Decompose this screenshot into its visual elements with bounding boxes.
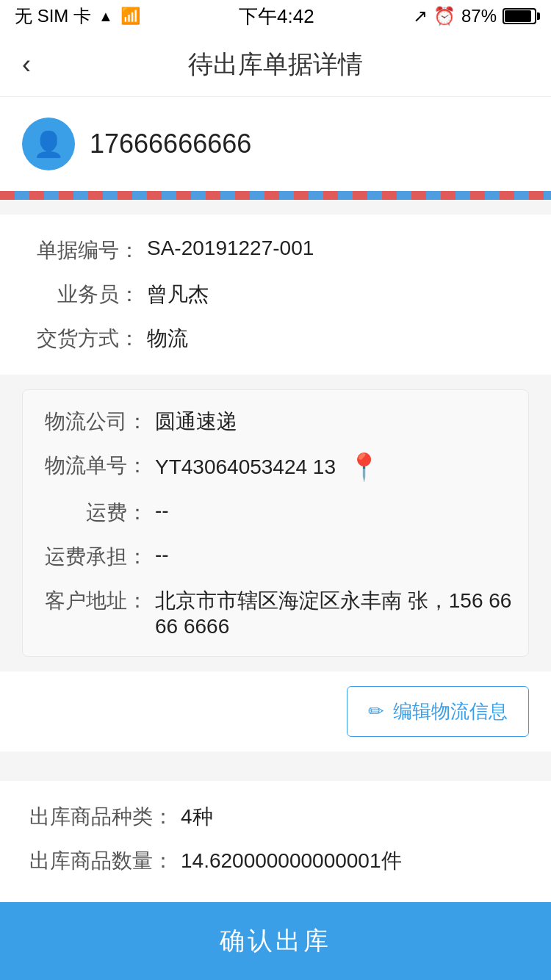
address-value: 北京市市辖区海淀区永丰南 张，156 6666 6666: [155, 587, 514, 638]
goods-type-label: 出库商品种类：: [29, 803, 181, 831]
avatar-icon: 👤: [33, 129, 64, 159]
logistics-company-label: 物流公司：: [37, 408, 155, 436]
order-number-label: 单据编号：: [29, 237, 147, 264]
basic-info-section: 单据编号： SA-20191227-001 业务员： 曾凡杰 交货方式： 物流: [0, 215, 551, 375]
delivery-method-row: 交货方式： 物流: [29, 325, 522, 353]
freight-bear-row: 运费承担： --: [37, 543, 514, 571]
goods-type-value: 4种: [181, 803, 522, 831]
status-right: ↗ ⏰ 87%: [413, 6, 536, 26]
delivery-method-label: 交货方式：: [29, 325, 147, 353]
status-bar: 无 SIM 卡 ▲ 📶 下午4:42 ↗ ⏰ 87%: [0, 0, 551, 32]
signal-icon: ▲: [98, 8, 113, 25]
sales-person-value: 曾凡杰: [147, 281, 522, 309]
freight-label: 运费：: [37, 499, 155, 527]
order-number-value: SA-20191227-001: [147, 237, 522, 260]
goods-quantity-row: 出库商品数量： 14.620000000000001件: [29, 847, 522, 875]
address-label: 客户地址：: [37, 587, 155, 615]
back-button[interactable]: ‹: [22, 49, 31, 80]
goods-type-row: 出库商品种类： 4种: [29, 803, 522, 831]
freight-bear-label: 运费承担：: [37, 543, 155, 571]
tracking-number-label: 物流单号：: [37, 452, 155, 480]
section-gap-1: [0, 200, 551, 215]
status-time: 下午4:42: [239, 4, 314, 29]
section-gap-2: [0, 752, 551, 766]
goods-quantity-value: 14.620000000000001件: [181, 847, 522, 875]
goods-section: 出库商品种类： 4种 出库商品数量： 14.620000000000001件: [0, 781, 551, 897]
customer-header: 👤 17666666666: [0, 97, 551, 191]
sales-person-label: 业务员：: [29, 281, 147, 309]
confirm-button[interactable]: 确认出库: [0, 924, 551, 958]
tracking-number-value-row: YT43064053424 13 📍: [155, 452, 514, 483]
nav-bar: ‹ 待出库单据详情: [0, 32, 551, 97]
battery-text: 87%: [461, 6, 497, 26]
freight-bear-value: --: [155, 543, 514, 566]
status-left: 无 SIM 卡 ▲ 📶: [15, 4, 140, 28]
edit-button-row: ✏ 编辑物流信息: [0, 671, 551, 752]
address-row: 客户地址： 北京市市辖区海淀区永丰南 张，156 6666 6666: [37, 587, 514, 638]
wifi-icon: 📶: [120, 7, 140, 26]
freight-row: 运费： --: [37, 499, 514, 527]
logistics-card: 物流公司： 圆通速递 物流单号： YT43064053424 13 📍 运费： …: [22, 389, 529, 657]
gps-icon: ↗: [413, 6, 428, 26]
edit-button-label: 编辑物流信息: [393, 699, 508, 724]
sales-person-row: 业务员： 曾凡杰: [29, 281, 522, 309]
avatar: 👤: [22, 118, 75, 170]
customer-phone: 17666666666: [90, 129, 251, 159]
freight-value: --: [155, 499, 514, 522]
logistics-company-value: 圆通速递: [155, 408, 514, 436]
carrier-text: 无 SIM 卡: [15, 4, 91, 28]
edit-icon: ✏: [368, 700, 384, 723]
order-number-row: 单据编号： SA-20191227-001: [29, 237, 522, 264]
page-title: 待出库单据详情: [188, 48, 363, 82]
confirm-button-wrapper: 确认出库: [0, 902, 551, 980]
goods-quantity-label: 出库商品数量：: [29, 847, 181, 875]
decorative-divider: [0, 191, 551, 200]
edit-logistics-button[interactable]: ✏ 编辑物流信息: [347, 686, 529, 737]
delivery-method-value: 物流: [147, 325, 522, 353]
location-icon[interactable]: 📍: [347, 452, 381, 483]
battery-icon: [503, 8, 536, 24]
tracking-number-row: 物流单号： YT43064053424 13 📍: [37, 452, 514, 483]
alarm-icon: ⏰: [433, 6, 455, 26]
logistics-company-row: 物流公司： 圆通速递: [37, 408, 514, 436]
tracking-number-value: YT43064053424 13: [155, 455, 336, 479]
